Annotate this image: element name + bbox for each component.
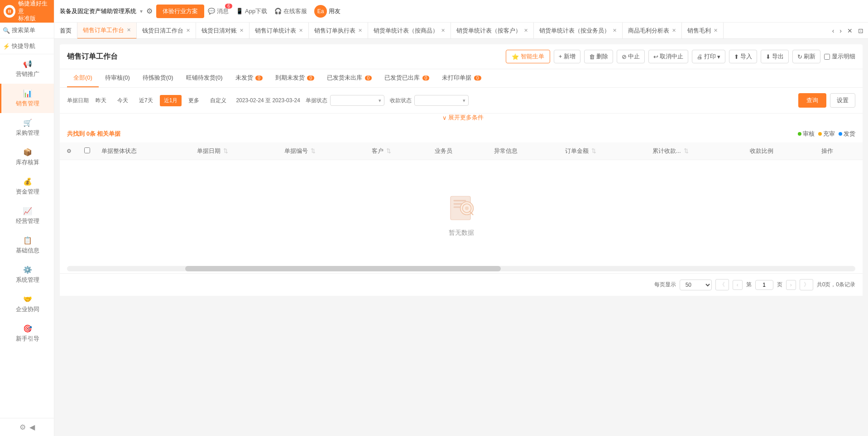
- status-select[interactable]: [330, 95, 384, 106]
- th-checkbox[interactable]: [78, 142, 96, 160]
- tab-cash-reconcile-close[interactable]: ✕: [240, 28, 244, 33]
- print-btn[interactable]: 🖨 打印 ▾: [692, 50, 725, 63]
- page-first-btn[interactable]: 《: [715, 279, 729, 290]
- sub-tab-not-shipped[interactable]: 未发货 0: [229, 69, 269, 87]
- tab-sales-exec[interactable]: 销售订单执行表 ✕: [309, 23, 368, 39]
- sub-tab-wangpu[interactable]: 旺铺待发货(0): [180, 69, 229, 87]
- smart-create-btn[interactable]: ⭐ 智能生单: [506, 50, 550, 63]
- th-customer[interactable]: 客户 ⇅: [366, 142, 429, 160]
- tab-expand-btn[interactable]: ⊡: [856, 26, 865, 35]
- tab-sales-summary-product[interactable]: 销货单统计表（按商品） ✕: [368, 23, 451, 39]
- date-btn-7days[interactable]: 近7天: [135, 95, 157, 106]
- expand-more-btn[interactable]: ∨ 展开更多条件: [442, 114, 484, 122]
- system-dropdown-icon[interactable]: ▾: [140, 8, 143, 14]
- sidebar-item-sales[interactable]: 📊 销售管理: [0, 84, 54, 113]
- sub-tab-shipped-out[interactable]: 已发货已出库 0: [378, 69, 436, 87]
- sort-date-icon[interactable]: ⇅: [223, 147, 228, 154]
- th-date[interactable]: 单据日期 ⇅: [192, 142, 279, 160]
- sub-tab-pending-inspect[interactable]: 待拣验货(0): [136, 69, 180, 87]
- user-area[interactable]: Ea 用友: [314, 5, 340, 18]
- date-btn-more[interactable]: 更多: [184, 95, 203, 106]
- tab-sales-summary-staff[interactable]: 销货单统计表（按业务员） ✕: [534, 23, 623, 39]
- page-size-select[interactable]: 10 20 50 100: [680, 280, 712, 290]
- search-menu-btn[interactable]: 🔍 搜索菜单: [0, 23, 54, 38]
- payment-select[interactable]: [414, 95, 469, 106]
- sort-collected-icon[interactable]: ⇅: [684, 147, 689, 154]
- date-btn-custom[interactable]: 自定义: [206, 95, 230, 106]
- sidebar-item-enterprise[interactable]: 🤝 企业协同: [0, 289, 54, 319]
- horizontal-scrollbar[interactable]: [67, 266, 855, 271]
- tab-close-all-btn[interactable]: ✕: [845, 26, 854, 35]
- batch-cancel-btn[interactable]: 充审: [818, 130, 835, 138]
- sidebar-item-purchase[interactable]: 🛒 采购管理: [0, 113, 54, 142]
- sort-number-icon[interactable]: ⇅: [311, 147, 316, 154]
- sidebar-item-finance[interactable]: 💰 资金管理: [0, 172, 54, 201]
- export-btn[interactable]: ⬇ 导出: [761, 50, 789, 63]
- tab-product-margin[interactable]: 商品毛利分析表 ✕: [623, 23, 682, 39]
- th-settings[interactable]: ⚙: [60, 142, 78, 160]
- tab-sales-summary-product-close[interactable]: ✕: [441, 28, 445, 33]
- tab-sales-workbench-close[interactable]: ✕: [127, 27, 131, 33]
- tab-sales-workbench[interactable]: 销售订单工作台 ✕: [77, 23, 137, 39]
- tab-sales-summary-customer[interactable]: 销货单统计表（按客户） ✕: [451, 23, 534, 39]
- suspend-btn[interactable]: ⊘ 中止: [617, 50, 645, 63]
- sort-amount-icon[interactable]: ⇅: [591, 147, 596, 154]
- refresh-btn[interactable]: ↻ 刷新: [792, 50, 820, 63]
- sidebar-item-marketing[interactable]: 📢 营销推广: [0, 54, 54, 84]
- tab-cash-reconcile[interactable]: 钱货日清对账 ✕: [196, 23, 249, 39]
- sidebar-item-operations[interactable]: 📈 经营管理: [0, 201, 54, 231]
- batch-audit-btn[interactable]: 审核: [798, 130, 815, 138]
- sidebar-item-guide[interactable]: 🎯 新手引导: [0, 319, 54, 348]
- sub-tab-not-printed[interactable]: 未打印单据 0: [436, 69, 487, 87]
- setting-btn[interactable]: 设置: [830, 93, 855, 108]
- tab-sales-summary-customer-close[interactable]: ✕: [524, 28, 528, 33]
- th-amount[interactable]: 订单金额 ⇅: [560, 142, 647, 160]
- cancel-suspend-btn[interactable]: ↩ 取消中止: [648, 50, 688, 63]
- page-last-btn[interactable]: 》: [800, 279, 813, 290]
- tab-cash-daily[interactable]: 钱货日清工作台 ✕: [137, 23, 196, 39]
- tab-product-margin-close[interactable]: ✕: [672, 28, 676, 33]
- online-service-btn[interactable]: 🎧 在线客服: [274, 7, 307, 15]
- th-number[interactable]: 单据编号 ⇅: [279, 142, 366, 160]
- page-input[interactable]: [755, 280, 773, 290]
- date-btn-today[interactable]: 今天: [113, 95, 132, 106]
- sub-tab-overdue[interactable]: 到期未发货 0: [269, 69, 321, 87]
- tab-prev-btn[interactable]: ‹: [830, 26, 836, 35]
- sort-customer-icon[interactable]: ⇅: [386, 147, 391, 154]
- quick-nav-btn[interactable]: ⚡ 快捷导航: [0, 38, 54, 54]
- sub-tab-shipped-not-out[interactable]: 已发货未出库 0: [321, 69, 378, 87]
- tab-cash-daily-close[interactable]: ✕: [186, 28, 190, 33]
- th-collected[interactable]: 累计收款... ⇅: [647, 142, 744, 160]
- sidebar-item-basic-info[interactable]: 📋 基础信息: [0, 231, 54, 260]
- date-btn-yesterday[interactable]: 昨天: [91, 95, 110, 106]
- import-btn[interactable]: ⬆ 导入: [729, 50, 757, 63]
- message-btn[interactable]: 💬 消息 6: [208, 7, 229, 15]
- tab-sales-stats[interactable]: 销售订单统计表 ✕: [249, 23, 309, 39]
- show-detail-checkbox[interactable]: 显示明细: [824, 52, 855, 61]
- settings-bottom-btn[interactable]: ⚙: [19, 423, 26, 431]
- batch-ship-btn[interactable]: 发货: [839, 130, 855, 138]
- sub-tab-all[interactable]: 全部(0): [67, 69, 99, 87]
- add-btn[interactable]: + 新增: [554, 50, 580, 63]
- page-next-btn[interactable]: ›: [786, 280, 796, 290]
- tab-sales-exec-close[interactable]: ✕: [358, 28, 362, 33]
- scrollbar-thumb[interactable]: [185, 266, 500, 271]
- tab-sales-summary-staff-close[interactable]: ✕: [613, 28, 617, 33]
- show-detail-input[interactable]: [824, 54, 830, 60]
- select-all-checkbox[interactable]: [84, 147, 90, 153]
- app-download-btn[interactable]: 📱 App下载: [236, 7, 267, 15]
- tab-sales-stats-close[interactable]: ✕: [299, 28, 303, 33]
- collapse-sidebar-btn[interactable]: ◀: [29, 423, 35, 431]
- date-btn-1month[interactable]: 近1月: [160, 95, 182, 106]
- tab-home[interactable]: 首页: [54, 23, 77, 39]
- sub-tab-pending-review[interactable]: 待审核(0): [99, 69, 136, 87]
- delete-btn[interactable]: 🗑 删除: [584, 50, 613, 63]
- industry-btn[interactable]: 体验行业方案: [156, 5, 204, 18]
- page-prev-btn[interactable]: ‹: [733, 280, 743, 290]
- tab-sales-revenue-close[interactable]: ✕: [714, 28, 718, 33]
- tab-sales-revenue[interactable]: 销售毛利 ✕: [682, 23, 724, 39]
- sidebar-item-inventory[interactable]: 📦 库存核算: [0, 142, 54, 172]
- sidebar-item-system[interactable]: ⚙️ 系统管理: [0, 260, 54, 289]
- tab-next-btn[interactable]: ›: [838, 26, 844, 35]
- query-btn[interactable]: 查询: [798, 93, 826, 108]
